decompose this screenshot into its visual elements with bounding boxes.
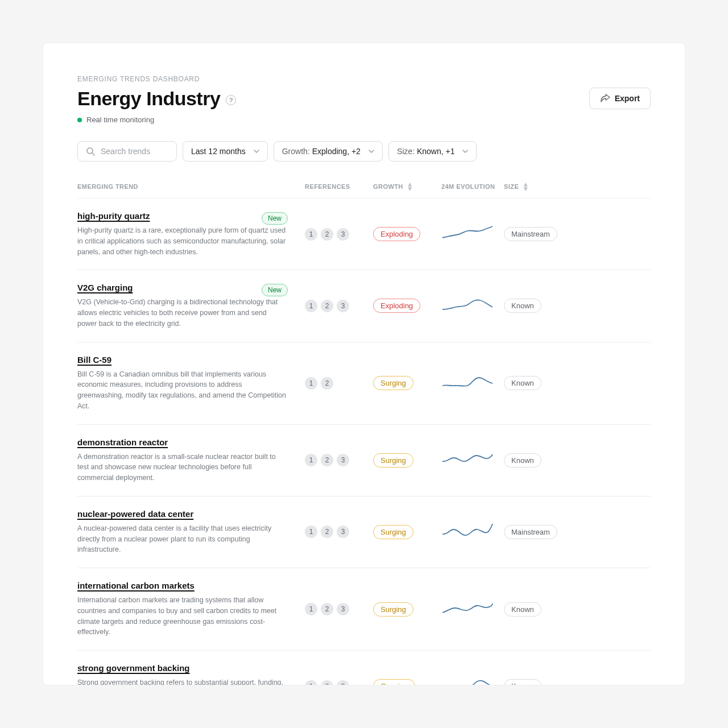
reference-chip[interactable]: 2 — [321, 300, 333, 312]
col-growth[interactable]: GROWTH ▲▼ — [373, 182, 441, 191]
help-icon[interactable]: ? — [226, 95, 236, 105]
filter-growth[interactable]: Growth: Exploding, +2 — [274, 141, 383, 162]
reference-chip[interactable]: 3 — [337, 526, 349, 538]
evolution-cell — [441, 224, 504, 245]
growth-cell: Growing — [373, 679, 441, 685]
trend-cell: international carbon marketsInternationa… — [77, 581, 305, 638]
size-badge: Mainstream — [504, 525, 557, 539]
size-badge: Mainstream — [504, 227, 557, 241]
trend-cell: strong government backingStrong governme… — [77, 663, 305, 685]
sparkline-icon — [441, 296, 494, 314]
dashboard-card: EMERGING TRENDS DASHBOARD Energy Industr… — [43, 43, 685, 685]
search-box[interactable] — [77, 141, 177, 162]
reference-chip[interactable]: 3 — [337, 300, 349, 312]
reference-chip[interactable]: 2 — [321, 228, 333, 241]
sparkline-icon — [441, 676, 494, 685]
reference-chip[interactable]: 3 — [337, 228, 349, 241]
growth-cell: Exploding — [373, 227, 441, 241]
size-cell: Known — [504, 299, 572, 313]
trend-name-link[interactable]: Bill C-59 — [77, 355, 111, 365]
size-cell: Known — [504, 376, 572, 390]
svg-line-1 — [92, 153, 94, 155]
sparkline-icon — [441, 373, 494, 391]
chevron-down-icon — [369, 150, 374, 153]
growth-badge: Surging — [373, 525, 413, 539]
col-trend: EMERGING TREND — [77, 182, 305, 191]
new-badge: New — [262, 284, 288, 296]
sort-icon: ▲▼ — [407, 182, 413, 191]
export-button[interactable]: Export — [589, 88, 651, 109]
trend-name-link[interactable]: strong government backing — [77, 663, 190, 673]
eyebrow: EMERGING TRENDS DASHBOARD — [77, 75, 651, 83]
size-badge: Known — [504, 299, 541, 313]
reference-chip[interactable]: 3 — [337, 454, 349, 466]
evolution-cell — [441, 599, 504, 619]
trend-cell: demonstration reactorA demonstration rea… — [77, 437, 305, 483]
trend-name-link[interactable]: high-purity quartz — [77, 211, 150, 221]
reference-chip[interactable]: 1 — [305, 300, 317, 312]
share-icon — [600, 94, 610, 103]
size-badge: Known — [504, 602, 541, 617]
status-row: Real time monitoring — [77, 115, 651, 124]
reference-chip[interactable]: 2 — [321, 377, 333, 390]
col-references: REFERENCES — [305, 182, 373, 191]
reference-chip[interactable]: 2 — [321, 603, 333, 615]
growth-badge: Surging — [373, 602, 413, 617]
trend-cell: high-purity quartzNewHigh-purity quartz … — [77, 211, 305, 257]
chevron-down-icon — [462, 150, 468, 153]
controls-row: Last 12 months Growth: Exploding, +2 Siz… — [77, 141, 651, 162]
trend-cell: V2G chargingNewV2G (Vehicle-to-Grid) cha… — [77, 283, 305, 329]
search-input[interactable] — [101, 147, 168, 156]
reference-chip[interactable]: 3 — [337, 680, 349, 685]
growth-cell: Surging — [373, 525, 441, 539]
reference-chip[interactable]: 2 — [321, 526, 333, 538]
growth-cell: Surging — [373, 453, 441, 468]
trend-name-link[interactable]: nuclear-powered data center — [77, 509, 193, 519]
size-cell: Mainstream — [504, 227, 572, 241]
reference-chip[interactable]: 1 — [305, 377, 317, 390]
growth-badge: Surging — [373, 453, 413, 468]
trend-name-link[interactable]: international carbon markets — [77, 581, 195, 590]
growth-cell: Surging — [373, 376, 441, 390]
growth-badge: Surging — [373, 376, 413, 390]
trend-description: International carbon markets are trading… — [77, 595, 288, 638]
table-header: EMERGING TREND REFERENCES GROWTH ▲▼ 24M … — [77, 182, 651, 198]
filter-growth-prefix: Growth: — [282, 147, 312, 156]
evolution-cell — [441, 373, 504, 394]
trend-name-link[interactable]: demonstration reactor — [77, 437, 168, 447]
sparkline-icon — [441, 522, 494, 540]
reference-chip[interactable]: 1 — [305, 603, 317, 615]
growth-cell: Exploding — [373, 299, 441, 313]
table-row: V2G chargingNewV2G (Vehicle-to-Grid) cha… — [77, 270, 651, 342]
trend-description: Strong government backing refers to subs… — [77, 677, 288, 685]
size-badge: Known — [504, 679, 541, 685]
filter-period[interactable]: Last 12 months — [183, 141, 268, 162]
reference-chip[interactable]: 3 — [337, 603, 349, 615]
reference-chip[interactable]: 1 — [305, 454, 317, 466]
references-cell: 123 — [305, 454, 373, 466]
trend-cell: nuclear-powered data centerA nuclear-pow… — [77, 509, 305, 555]
trend-description: Bill C-59 is a Canadian omnibus bill tha… — [77, 369, 288, 412]
size-cell: Known — [504, 679, 572, 685]
filter-size[interactable]: Size: Known, +1 — [388, 141, 477, 162]
filter-size-prefix: Size: — [397, 147, 417, 156]
growth-badge: Exploding — [373, 227, 420, 241]
table-row: strong government backingStrong governme… — [77, 651, 651, 685]
col-evolution: 24M EVOLUTION — [441, 182, 504, 191]
reference-chip[interactable]: 1 — [305, 680, 317, 685]
reference-chip[interactable]: 1 — [305, 526, 317, 538]
col-size[interactable]: SIZE ▲▼ — [504, 182, 572, 191]
table-row: Bill C-59Bill C-59 is a Canadian omnibus… — [77, 342, 651, 425]
filter-period-label: Last 12 months — [191, 147, 246, 156]
sort-icon: ▲▼ — [522, 182, 529, 191]
status-text: Real time monitoring — [86, 115, 154, 124]
trend-name-link[interactable]: V2G charging — [77, 283, 133, 292]
references-cell: 123 — [305, 680, 373, 685]
reference-chip[interactable]: 1 — [305, 228, 317, 241]
size-badge: Known — [504, 376, 541, 390]
growth-badge: Exploding — [373, 299, 420, 313]
reference-chip[interactable]: 2 — [321, 680, 333, 685]
references-cell: 123 — [305, 526, 373, 538]
evolution-cell — [441, 522, 504, 542]
reference-chip[interactable]: 2 — [321, 454, 333, 466]
